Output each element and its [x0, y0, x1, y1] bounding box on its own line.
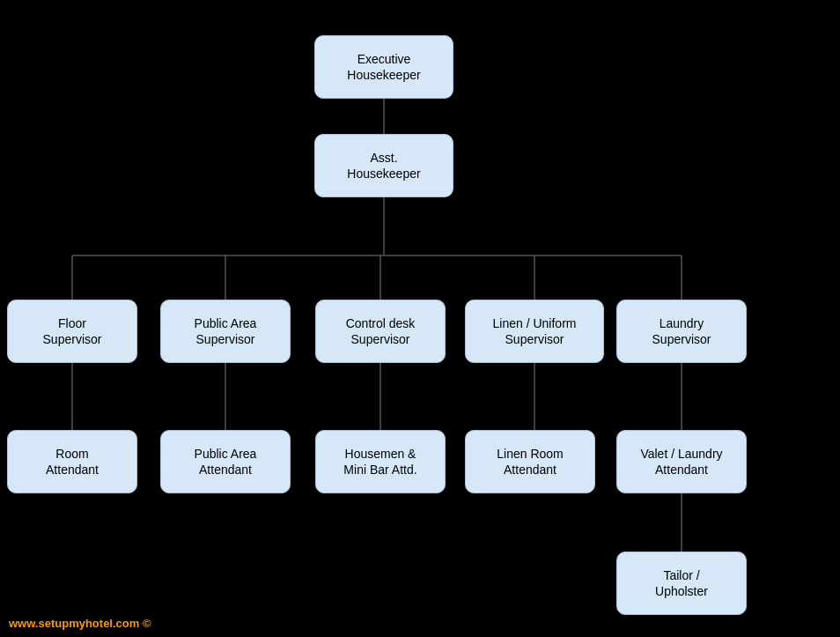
- control-desk-supervisor: Control deskSupervisor: [315, 300, 446, 363]
- linen-room-attendant: Linen RoomAttendant: [465, 430, 595, 493]
- public-area-supervisor: Public AreaSupervisor: [160, 300, 291, 363]
- watermark: www.setupmyhotel.com ©: [9, 617, 151, 630]
- linen-uniform-supervisor: Linen / UniformSupervisor: [465, 300, 604, 363]
- housemen-minibar: Housemen &Mini Bar Attd.: [315, 430, 446, 493]
- room-attendant: RoomAttendant: [7, 430, 137, 493]
- executive-housekeeper: ExecutiveHousekeeper: [314, 35, 453, 99]
- tailor-upholster: Tailor /Upholster: [616, 552, 747, 615]
- asst-housekeeper: Asst.Housekeeper: [314, 134, 453, 197]
- public-area-attendant: Public AreaAttendant: [160, 430, 291, 493]
- laundry-supervisor: LaundrySupervisor: [616, 300, 747, 363]
- valet-laundry: Valet / LaundryAttendant: [616, 430, 747, 493]
- org-chart: ExecutiveHousekeeperAsst.HousekeeperFloo…: [0, 0, 840, 637]
- floor-supervisor: FloorSupervisor: [7, 300, 137, 363]
